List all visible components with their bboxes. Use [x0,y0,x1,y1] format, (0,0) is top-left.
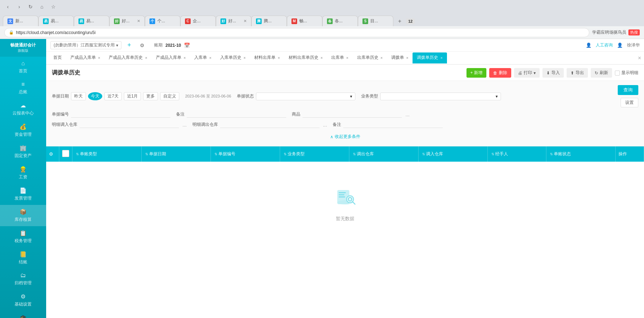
page-tab-mat-out[interactable]: 材料出库单 × [250,52,284,63]
tab-close-4[interactable]: ✕ [137,19,140,23]
add-company-button[interactable]: + [124,40,134,50]
sidebar-item-fund[interactable]: 💰 资金管理 [0,120,46,141]
date-btn-custom[interactable]: 自定义 [160,92,179,100]
delete-button[interactable]: 🗑 删除 [489,68,511,78]
sidebar-item-ledger[interactable]: ≡ 总账 [0,78,46,99]
company-select[interactable]: (勿删勿禁用）江西服宝测试专用 ▾ [50,41,121,49]
detail-out-input[interactable] [220,121,320,128]
new-button[interactable]: + 新增 [466,68,486,78]
page-tab-out-hist[interactable]: 出库单历史 × [353,52,387,63]
page-tab-product-in[interactable]: 产成品入库单 × [66,52,104,63]
page-tab-transfer[interactable]: 调拨单 × [387,52,413,63]
detail-in-picker-button[interactable]: ... [182,122,187,128]
display-toggle[interactable]: 显示明细 [615,70,638,76]
tab-close-7[interactable]: ✕ [244,19,247,23]
address-box[interactable]: 🔒 https://cloud.chanjet.com/accounting/u… [4,28,589,37]
reload-button[interactable]: ↻ [26,2,36,12]
date-btn-more[interactable]: 更多 [143,92,158,100]
forward-button[interactable]: › [14,2,24,12]
page-tab-in-hist[interactable]: 入库单历史 × [216,52,250,63]
th-doc-date[interactable]: ⇅ 单据日期 [141,146,211,162]
sidebar-item-home[interactable]: ⌂ 首页 [0,57,46,78]
doc-number-input[interactable] [71,111,170,118]
sidebar-item-settings[interactable]: ⚙ 基础设置 [0,290,46,311]
th-doc-type[interactable]: ⇅ 单账类型 [72,146,141,162]
browser-tab-2[interactable]: 易 易... [38,16,74,26]
tab-close-transfer[interactable]: × [406,56,408,60]
tab-close-mat-out-hist[interactable]: × [321,56,323,60]
sidebar-logo[interactable]: 畅捷通好会计 旗舰版 [0,39,46,57]
page-tab-product-in-hist[interactable]: 产成品入库单历史 × [104,52,151,63]
th-status[interactable]: ⇅ 单账状态 [546,146,615,162]
browser-tab-9[interactable]: M 畅... [287,16,322,26]
sidebar-item-cloud-report[interactable]: ☁ 云报表中心 [0,99,46,120]
browser-tab-6[interactable]: C 企... [180,16,216,26]
business-type-select[interactable]: ▾ [380,93,501,100]
settings-gear-button[interactable]: ⚙ [137,40,147,50]
help-label[interactable]: 人工咨询 [596,42,613,48]
date-btn-7days[interactable]: 近7天 [104,92,122,100]
detail-in-input[interactable] [80,121,179,128]
bookmark-button[interactable]: ☆ [48,2,58,12]
th-handler[interactable]: ⇅ 经手人 [487,146,546,162]
page-tab-out[interactable]: 出库单 × [327,52,353,63]
date-btn-yesterday[interactable]: 昨天 [71,92,86,100]
sidebar-item-payroll[interactable]: 👷 工资 [0,162,46,184]
sidebar-item-inventory[interactable]: 📦 库存核算 [0,205,46,226]
back-button[interactable]: ‹ [3,2,13,12]
browser-tab-11[interactable]: S 目... [358,16,393,26]
tab-close-product-in-hist[interactable]: × [145,56,147,60]
new-tab-button[interactable]: + [395,16,405,26]
refresh-button[interactable]: ↻ 刷新 [591,68,612,78]
collapse-bar[interactable]: ∧ 收起更多条件 [52,132,638,142]
query-button[interactable]: 查询 [618,85,638,95]
print-button[interactable]: 🖨 打印 ▾ [514,68,540,78]
calendar-icon[interactable]: 📅 [184,43,190,48]
close-all-tabs-button[interactable]: × [635,55,644,61]
tab-close-product-in2[interactable]: × [184,56,186,60]
sidebar-item-tax[interactable]: 📋 税务管理 [0,226,46,247]
tab-close-out[interactable]: × [346,56,348,60]
detail-note-input[interactable] [343,121,443,128]
note-input[interactable] [187,111,286,118]
sidebar-item-invoice[interactable]: 📄 发票管理 [0,184,46,205]
th-checkbox[interactable] [59,146,72,162]
browser-tab-7[interactable]: 好 好... ✕ [216,16,251,26]
date-btn-today[interactable]: 今天 [88,92,102,100]
status-select[interactable]: ▾ [256,93,355,100]
browser-tab-10[interactable]: 各 各... [322,16,358,26]
goods-input[interactable] [302,111,402,118]
tab-close-mat-out[interactable]: × [278,56,280,60]
import-button[interactable]: ⬇ 导入 [542,68,564,78]
page-tab-transfer-hist[interactable]: 调拨单历史 × [413,52,447,63]
tab-close-in-hist[interactable]: × [244,56,246,60]
export-button[interactable]: ⬆ 导出 [567,68,588,78]
tab-close-out-hist[interactable]: × [381,56,383,60]
page-tab-product-in2[interactable]: 产成品入库单 × [152,52,190,63]
th-gear[interactable]: ⚙ [46,146,59,162]
th-in-warehouse[interactable]: ⇅ 调入仓库 [418,146,487,162]
sidebar-item-close-books[interactable]: 📒 结账 [0,247,46,269]
tab-close-product-in[interactable]: × [98,56,100,60]
goods-picker-button[interactable]: ... [405,112,410,117]
browser-tab-4[interactable]: 好 好... ✕ [109,16,145,26]
page-tab-mat-out-hist[interactable]: 材料出库单历史 × [284,52,327,63]
tab-close-in[interactable]: × [209,56,211,60]
detail-out-picker-button[interactable]: ... [323,122,327,128]
home-button[interactable]: ⌂ [37,2,47,12]
sidebar-item-archive[interactable]: 🗂 归档管理 [0,269,46,290]
sidebar-item-guide[interactable]: 🎓 新手引导 [0,311,46,318]
toggle-checkbox[interactable] [615,71,620,76]
tab-close-transfer-hist[interactable]: × [440,56,442,60]
browser-tab-5[interactable]: 个 个... [145,16,180,26]
page-tab-in[interactable]: 入库单 × [190,52,215,63]
th-business-type[interactable]: ⇅ 业务类型 [280,146,349,162]
date-btn-1month[interactable]: 近1月 [124,92,141,100]
browser-tab-8[interactable]: 腾 腾... [251,16,287,26]
page-tab-home[interactable]: 首页 [49,52,66,63]
browser-tab-1[interactable]: 文 新... [3,16,38,26]
select-all-checkbox[interactable] [62,150,69,157]
th-out-warehouse[interactable]: ⇅ 调出仓库 [349,146,418,162]
filter-settings-button[interactable]: 设置 [621,98,638,107]
th-doc-number[interactable]: ⇅ 单据编号 [211,146,280,162]
